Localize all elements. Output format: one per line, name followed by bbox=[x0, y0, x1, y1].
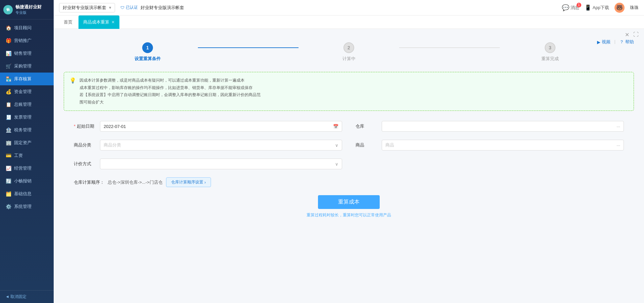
sidebar-item-salary[interactable]: 💳 工资 bbox=[0, 149, 54, 162]
product-dots-icon[interactable]: ··· bbox=[616, 143, 620, 148]
sidebar-item-label: 销售管理 bbox=[14, 50, 32, 56]
required-mark: * bbox=[74, 124, 75, 129]
company-name: 好业财专业版演示帐套 bbox=[63, 5, 106, 11]
assets-icon: 🏢 bbox=[5, 140, 11, 146]
sidebar-item-label: 小畅报销 bbox=[14, 178, 32, 184]
notice-box: 💡 因成本计算参数调整，或是对商品成本有疑问时，可以通过成本重算功能，重新计算一… bbox=[64, 72, 634, 111]
price-method-input[interactable]: ∨ bbox=[100, 159, 342, 169]
sidebar-logo: 畅 bbox=[3, 5, 13, 14]
sidebar: 畅 畅捷通好业财 专业版 🏠 项目顾问 🎁 营销推广 📊 销售管理 🛒 采购管理… bbox=[0, 0, 54, 303]
video-link[interactable]: ▶ 视频 bbox=[597, 39, 610, 45]
sidebar-item-accounting[interactable]: 📋 总账管理 bbox=[0, 98, 54, 111]
app-download-button[interactable]: 📱 App下载 bbox=[585, 4, 609, 11]
step-2: 2 计算中 bbox=[299, 42, 399, 62]
calendar-icon[interactable]: 📅 bbox=[333, 124, 338, 129]
step-progress: 1 设置重算条件 2 计算中 3 bbox=[64, 42, 634, 62]
price-method-label: 计价方式 bbox=[74, 161, 97, 167]
main-area: 好业财专业版演示帐套 ▾ 🛡 已认证 好业财专业版演示帐套 💬 消息 1 📱 A… bbox=[54, 0, 644, 303]
sidebar-item-project[interactable]: 🏠 项目顾问 bbox=[0, 21, 54, 34]
tab-close-icon[interactable]: ✕ bbox=[111, 20, 115, 25]
product-input[interactable]: 商品 ··· bbox=[382, 140, 624, 150]
tab-home[interactable]: 首页 bbox=[59, 15, 77, 29]
sidebar-item-expense[interactable]: 🔄 小畅报销 bbox=[0, 175, 54, 187]
sidebar-nav: 🏠 项目顾问 🎁 营销推广 📊 销售管理 🛒 采购管理 🏪 库存核算 💰 资金管… bbox=[0, 19, 54, 290]
sidebar-item-operation[interactable]: 📈 经营管理 bbox=[0, 162, 54, 175]
sidebar-item-label: 税务管理 bbox=[14, 127, 32, 133]
close-window-icon[interactable]: ✕ bbox=[625, 32, 629, 38]
sidebar-item-label: 基础信息 bbox=[14, 191, 32, 197]
category-input[interactable]: 商品分类 ∨ bbox=[100, 140, 342, 150]
category-label: 商品分类 bbox=[74, 142, 97, 148]
sidebar-footer-unpin[interactable]: ◄ 取消固定 bbox=[0, 290, 54, 303]
sidebar-item-finance[interactable]: 💰 资金管理 bbox=[0, 85, 54, 98]
topbar-right: 💬 消息 1 📱 App下载 🐻 珠珠 bbox=[562, 3, 639, 13]
warehouse-order-label: 仓库计算顺序： bbox=[74, 179, 104, 185]
sidebar-item-label: 发票管理 bbox=[14, 114, 32, 120]
sidebar-item-label: 工资 bbox=[14, 153, 23, 159]
expand-window-icon[interactable]: ⛶ bbox=[633, 32, 639, 38]
message-button[interactable]: 💬 消息 1 bbox=[562, 4, 579, 11]
sidebar-subtitle: 专业版 bbox=[15, 10, 42, 15]
verified-badge: 🛡 已认证 bbox=[120, 5, 138, 10]
topbar-left: 好业财专业版演示帐套 ▾ 🛡 已认证 好业财专业版演示帐套 bbox=[59, 3, 562, 12]
category-field: 商品分类 商品分类 ∨ bbox=[74, 140, 342, 150]
warehouse-order-value: 总仓->深圳仓库->...->门店仓 bbox=[108, 179, 163, 185]
form-row-2: 商品分类 商品分类 ∨ 商品 商品 ··· bbox=[74, 140, 624, 150]
sidebar-item-purchase[interactable]: 🛒 采购管理 bbox=[0, 60, 54, 73]
chevron-right-icon: › bbox=[205, 180, 206, 185]
sidebar-item-marketing[interactable]: 🎁 营销推广 bbox=[0, 34, 54, 47]
recalc-hint: 重算过程耗时较长，重算时您可以正常使用产品 bbox=[307, 212, 391, 218]
window-controls: ✕ ⛶ bbox=[625, 32, 639, 38]
dropdown-icon[interactable]: ∨ bbox=[335, 143, 338, 148]
expense-icon: 🔄 bbox=[5, 178, 11, 184]
sidebar-item-label: 项目顾问 bbox=[14, 25, 32, 31]
recalc-section: 重算成本 重算过程耗时较长，重算时您可以正常使用产品 bbox=[64, 195, 634, 218]
help-link[interactable]: ？ 帮助 bbox=[620, 39, 634, 45]
sidebar-item-assets[interactable]: 🏢 固定资产 bbox=[0, 136, 54, 149]
step-1-circle: 1 bbox=[142, 42, 153, 53]
system-icon: ⚙️ bbox=[5, 204, 11, 210]
sidebar-item-tax[interactable]: 🏦 税务管理 bbox=[0, 124, 54, 136]
inventory-icon: 🏪 bbox=[5, 76, 11, 82]
sidebar-item-sales[interactable]: 📊 销售管理 bbox=[0, 47, 54, 60]
dots-icon[interactable]: ··· bbox=[616, 124, 620, 129]
sidebar-item-label: 库存核算 bbox=[14, 76, 32, 82]
company-selector[interactable]: 好业财专业版演示帐套 ▾ bbox=[59, 3, 115, 12]
sidebar-item-system[interactable]: ⚙️ 系统管理 bbox=[0, 200, 54, 213]
tab-recalc[interactable]: 商品成本重算 ✕ bbox=[78, 15, 119, 29]
notice-text: 因成本计算参数调整，或是对商品成本有疑问时，可以通过成本重算功能，重新计算一遍成… bbox=[79, 77, 261, 106]
sidebar-item-label: 总账管理 bbox=[14, 101, 32, 107]
start-date-input[interactable]: 2022-07-01 📅 bbox=[100, 121, 342, 132]
user-avatar[interactable]: 🐻 bbox=[614, 3, 625, 13]
sidebar-app-name: 畅捷通好业财 bbox=[15, 4, 42, 10]
message-icon: 💬 bbox=[562, 4, 569, 11]
sidebar-item-basic[interactable]: 🗂️ 基础信息 bbox=[0, 187, 54, 200]
price-method-field: 计价方式 ∨ bbox=[74, 159, 342, 169]
recalc-button[interactable]: 重算成本 bbox=[318, 195, 380, 209]
step-1-label: 设置重算条件 bbox=[135, 56, 161, 62]
chevron-down-icon: ▾ bbox=[109, 5, 111, 10]
accounting-icon: 📋 bbox=[5, 101, 11, 107]
sidebar-item-label: 采购管理 bbox=[14, 63, 32, 69]
salary-icon: 💳 bbox=[5, 153, 11, 159]
step-3: 3 重算完成 bbox=[500, 42, 600, 62]
warehouse-order-settings-button[interactable]: 仓库计算顺序设置 › bbox=[166, 177, 211, 187]
step-1: 1 设置重算条件 bbox=[97, 42, 198, 62]
warehouse-input[interactable]: ··· bbox=[382, 121, 624, 132]
sidebar-item-invoice[interactable]: 🧾 发票管理 bbox=[0, 111, 54, 124]
message-badge: 1 bbox=[577, 3, 581, 7]
price-method-dropdown-icon[interactable]: ∨ bbox=[335, 162, 338, 167]
step-connector-2 bbox=[399, 47, 500, 48]
marketing-icon: 🎁 bbox=[5, 38, 11, 44]
user-name: 珠珠 bbox=[630, 5, 639, 11]
step-2-label: 计算中 bbox=[342, 56, 356, 62]
step-connector-1 bbox=[198, 47, 299, 48]
topbar: 好业财专业版演示帐套 ▾ 🛡 已认证 好业财专业版演示帐套 💬 消息 1 📱 A… bbox=[54, 0, 644, 15]
play-icon: ▶ bbox=[597, 40, 600, 45]
form-area: * 起始日期 2022-07-01 📅 仓库 ··· bbox=[64, 121, 634, 187]
start-date-field: * 起始日期 2022-07-01 📅 bbox=[74, 121, 342, 132]
sidebar-item-inventory[interactable]: 🏪 库存核算 bbox=[0, 73, 54, 85]
warehouse-field: 仓库 ··· bbox=[356, 121, 624, 132]
form-row-1: * 起始日期 2022-07-01 📅 仓库 ··· bbox=[74, 121, 624, 132]
verified-company-name: 好业财专业版演示帐套 bbox=[141, 5, 184, 11]
